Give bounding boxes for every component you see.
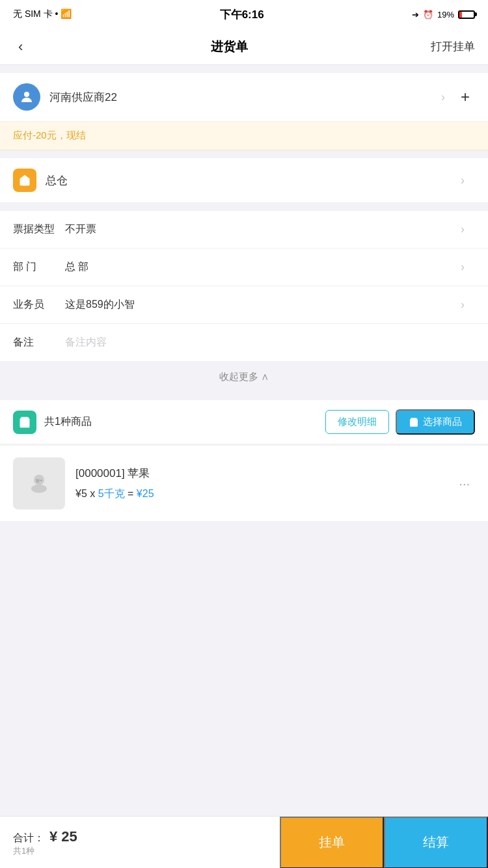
total-text: 合计：: [13, 832, 44, 845]
multiply-sign: x: [90, 488, 98, 499]
location-icon: ➔: [412, 10, 419, 20]
page-title: 进货单: [211, 38, 248, 55]
salesperson-chevron-icon: ›: [461, 298, 465, 312]
gap-2: [0, 150, 488, 158]
invoice-type-value: 不开票: [65, 223, 461, 236]
gap-4: [0, 392, 488, 400]
product-thumb-icon: 智+: [26, 470, 52, 496]
product-price: ¥5 x 5千克 = ¥25: [75, 487, 454, 501]
supplier-section: 河南供应商22 › + 应付-20元，现结: [0, 73, 488, 150]
notice-banner: 应付-20元，现结: [0, 122, 488, 150]
status-time: 下午6:16: [220, 7, 264, 22]
battery-icon: [458, 10, 475, 19]
total-section: 合计： ¥ 25 共1种: [0, 828, 280, 857]
collapse-button[interactable]: 收起更多 ∧: [0, 362, 488, 392]
warehouse-name: 总仓: [46, 173, 461, 188]
gap-3: [0, 203, 488, 211]
invoice-chevron-icon: ›: [461, 223, 465, 236]
status-right: ➔ ⏰ 19%: [412, 10, 475, 20]
checkout-button[interactable]: 结算: [384, 817, 488, 869]
cart-icon: [409, 417, 419, 427]
open-pending-button[interactable]: 打开挂单: [431, 39, 475, 54]
status-bar: 无 SIM 卡 • 📶 下午6:16 ➔ ⏰ 19%: [0, 0, 488, 29]
quantity: 5千克: [98, 488, 125, 499]
battery-percent: 19%: [437, 10, 454, 20]
edit-details-button[interactable]: 修改明细: [325, 410, 389, 434]
total-amount: ¥ 25: [49, 828, 77, 845]
total-sub: 共1种: [13, 845, 267, 857]
bottom-bar: 合计： ¥ 25 共1种 挂单 结算: [0, 816, 488, 868]
product-info: [0000001] 苹果 ¥5 x 5千克 = ¥25: [75, 466, 454, 501]
alarm-icon: ⏰: [423, 10, 433, 20]
notice-text: 应付-20元，现结: [13, 129, 86, 141]
total-price: ¥25: [137, 488, 154, 499]
remark-row[interactable]: 备注 备注内容: [0, 324, 488, 362]
chevron-right-icon: ›: [441, 90, 445, 104]
hang-order-button[interactable]: 挂单: [280, 817, 384, 869]
svg-text:智+: 智+: [36, 478, 42, 483]
supplier-row[interactable]: 河南供应商22 › +: [0, 73, 488, 122]
battery-fill: [459, 12, 462, 18]
remark-label: 备注: [13, 336, 65, 349]
products-icon: [13, 411, 36, 434]
warehouse-icon: [13, 169, 36, 192]
products-count: 共1种商品: [44, 415, 325, 429]
nav-bar: ‹ 进货单 打开挂单: [0, 29, 488, 65]
equals-sign: =: [128, 488, 137, 499]
invoice-type-row[interactable]: 票据类型 不开票 ›: [0, 211, 488, 249]
select-product-label: 选择商品: [423, 416, 462, 428]
department-row[interactable]: 部 门 总 部 ›: [0, 249, 488, 286]
status-left: 无 SIM 卡 • 📶: [13, 8, 72, 20]
back-button[interactable]: ‹: [13, 33, 28, 61]
product-thumbnail: 智+: [13, 457, 65, 509]
select-product-button[interactable]: 选择商品: [396, 409, 475, 435]
price-unit: ¥5: [75, 488, 87, 499]
salesperson-label: 业务员: [13, 298, 65, 312]
remark-input[interactable]: 备注内容: [65, 336, 475, 349]
supplier-name: 河南供应商22: [49, 90, 441, 105]
total-label: 合计： ¥ 25: [13, 828, 267, 845]
department-label: 部 门: [13, 260, 65, 274]
product-item: 智+ [0000001] 苹果 ¥5 x 5千克 = ¥25 ···: [0, 446, 488, 522]
warehouse-chevron-icon: ›: [461, 174, 465, 187]
products-header: 共1种商品 修改明细 选择商品: [0, 400, 488, 444]
gap-1: [0, 65, 488, 73]
salesperson-value: 这是859的小智: [65, 298, 461, 312]
avatar: [13, 83, 40, 111]
form-section: 票据类型 不开票 › 部 门 总 部 › 业务员 这是859的小智 › 备注 备…: [0, 211, 488, 362]
salesperson-row[interactable]: 业务员 这是859的小智 ›: [0, 286, 488, 324]
department-value: 总 部: [65, 260, 461, 274]
invoice-type-label: 票据类型: [13, 223, 65, 236]
product-name: [0000001] 苹果: [75, 466, 454, 481]
add-button[interactable]: +: [455, 85, 475, 109]
warehouse-section: 总仓 ›: [0, 158, 488, 203]
department-chevron-icon: ›: [461, 260, 465, 274]
content: 河南供应商22 › + 应付-20元，现结 总仓 › 票据类型 不开票 › 部 …: [0, 65, 488, 574]
more-button[interactable]: ···: [454, 474, 475, 494]
svg-point-0: [24, 92, 29, 97]
svg-point-4: [31, 485, 47, 493]
warehouse-row[interactable]: 总仓 ›: [0, 158, 488, 203]
